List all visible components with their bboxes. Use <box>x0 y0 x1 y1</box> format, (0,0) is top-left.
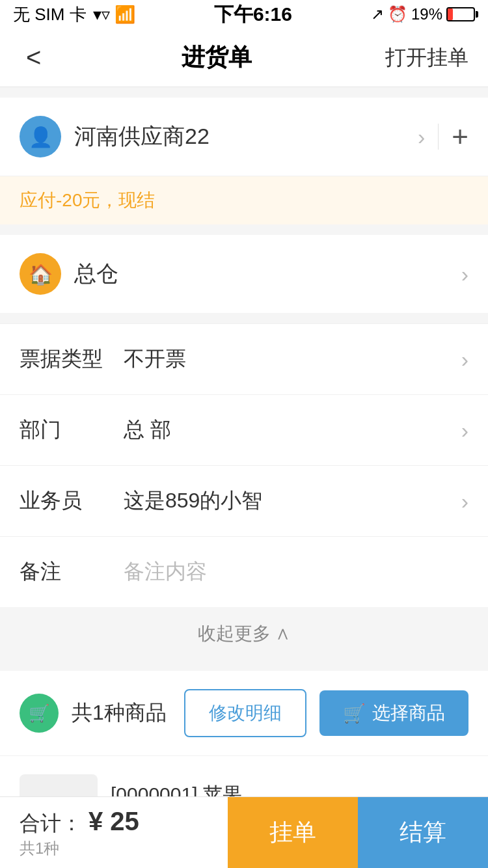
status-time: 下午6:16 <box>214 1 292 28</box>
footer-total-label: 合计： <box>20 809 82 838</box>
battery-percent: 19% <box>411 5 442 23</box>
section-divider-3 <box>0 313 488 323</box>
remark-label: 备注 <box>20 558 111 586</box>
warehouse-name: 总仓 <box>74 259 455 289</box>
warehouse-chevron-icon: › <box>461 262 468 287</box>
warehouse-card: 🏠 总仓 › <box>0 235 488 313</box>
remark-row[interactable]: 备注 备注内容 <box>0 536 488 607</box>
warehouse-icon: 🏠 <box>20 253 61 295</box>
department-chevron-icon: › <box>461 418 468 443</box>
supplier-card: 👤 河南供应商22 › + 应付-20元，现结 <box>0 98 488 224</box>
collapse-bar[interactable]: 收起更多 ∧ <box>0 607 488 660</box>
salesperson-row[interactable]: 业务员 这是859的小智 › <box>0 465 488 536</box>
section-divider-1 <box>0 87 488 98</box>
section-divider-2 <box>0 224 488 235</box>
product-count: 共1种商品 <box>72 699 171 727</box>
supplier-avatar: 👤 <box>20 116 61 157</box>
remark-value[interactable]: 备注内容 <box>111 558 468 586</box>
select-product-button[interactable]: 🛒 选择商品 <box>319 690 468 736</box>
supplier-name[interactable]: 河南供应商22 <box>74 122 411 152</box>
footer-total-row: 合计： ¥ 25 <box>20 807 208 838</box>
cart-icon: 🛒 <box>29 703 49 724</box>
alarm-icon: ⏰ <box>388 5 407 23</box>
status-left: 无 SIM 卡 ▾▿ 📶 <box>13 3 135 26</box>
battery-icon <box>446 7 475 21</box>
page-title: 进货单 <box>182 42 252 74</box>
status-bar: 无 SIM 卡 ▾▿ 📶 下午6:16 ↗ ⏰ 19% <box>0 0 488 29</box>
wifi-icon: ▾▿ 📶 <box>93 5 135 25</box>
salesperson-label: 业务员 <box>20 487 111 515</box>
open-pending-button[interactable]: 打开挂单 <box>385 44 468 72</box>
settle-button[interactable]: 结算 <box>358 797 488 869</box>
location-icon: ↗ <box>371 5 384 23</box>
notice-bar: 应付-20元，现结 <box>0 176 488 224</box>
avatar-icon: 👤 <box>29 126 53 148</box>
department-row[interactable]: 部门 总 部 › <box>0 394 488 465</box>
salesperson-chevron-icon: › <box>461 489 468 514</box>
back-button[interactable]: < <box>20 36 47 79</box>
warehouse-row[interactable]: 🏠 总仓 › <box>0 235 488 313</box>
bill-type-label: 票据类型 <box>20 345 111 373</box>
footer: 合计： ¥ 25 共1种 挂单 结算 <box>0 796 488 868</box>
product-icon: 🛒 <box>20 694 59 733</box>
hang-button[interactable]: 挂单 <box>228 797 358 869</box>
form-card: 票据类型 不开票 › 部门 总 部 › 业务员 这是859的小智 › 备注 备注… <box>0 323 488 607</box>
add-supplier-button[interactable]: + <box>452 120 468 153</box>
supplier-row: 👤 河南供应商22 › + <box>0 98 488 176</box>
department-value: 总 部 <box>111 416 455 444</box>
main-content: 👤 河南供应商22 › + 应付-20元，现结 🏠 总仓 › 票据类型 不开票 … <box>0 87 488 868</box>
select-product-label: 选择商品 <box>372 701 445 726</box>
product-section-header: 🛒 共1种商品 修改明细 🛒 选择商品 <box>0 671 488 755</box>
supplier-divider <box>438 124 439 150</box>
footer-total: 合计： ¥ 25 共1种 <box>0 807 228 859</box>
supplier-chevron-icon: › <box>418 124 425 150</box>
salesperson-value: 这是859的小智 <box>111 487 455 515</box>
footer-total-amount: ¥ 25 <box>88 807 139 836</box>
select-product-icon: 🛒 <box>343 703 366 724</box>
edit-detail-button[interactable]: 修改明细 <box>184 689 306 737</box>
carrier-text: 无 SIM 卡 <box>13 3 87 26</box>
status-right: ↗ ⏰ 19% <box>371 5 475 23</box>
footer-total-count: 共1种 <box>20 838 208 859</box>
section-divider-4 <box>0 660 488 671</box>
department-label: 部门 <box>20 416 111 444</box>
bill-type-chevron-icon: › <box>461 347 468 372</box>
bill-type-row[interactable]: 票据类型 不开票 › <box>0 323 488 394</box>
nav-bar: < 进货单 打开挂单 <box>0 29 488 87</box>
bill-type-value: 不开票 <box>111 345 455 373</box>
